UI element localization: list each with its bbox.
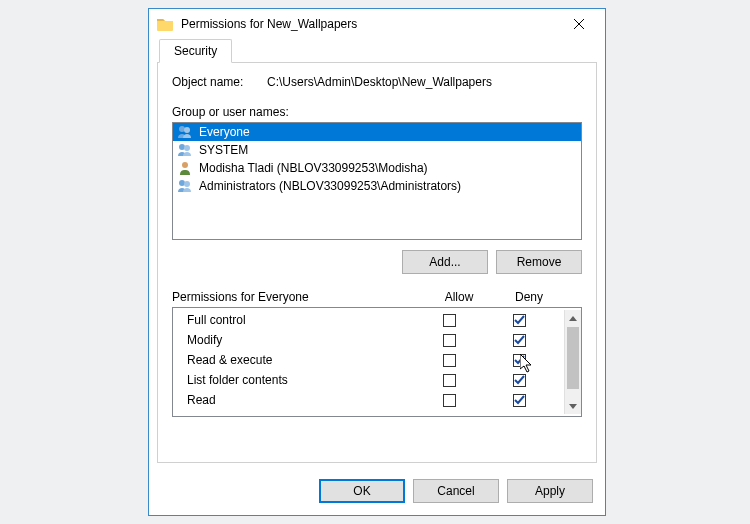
ok-button[interactable]: OK	[319, 479, 405, 503]
scroll-up-button[interactable]	[565, 310, 581, 327]
group-icon	[177, 143, 193, 157]
close-icon	[574, 19, 584, 29]
allow-checkbox[interactable]	[443, 314, 456, 327]
permission-name: Read & execute	[187, 353, 414, 367]
remove-button[interactable]: Remove	[496, 250, 582, 274]
svg-point-2	[179, 144, 185, 150]
scrollbar[interactable]	[564, 310, 581, 414]
close-button[interactable]	[559, 10, 599, 38]
folder-icon	[157, 17, 173, 31]
permission-row: List folder contents	[173, 370, 564, 390]
tabstrip: Security	[157, 39, 597, 63]
allow-column-header: Allow	[424, 290, 494, 304]
object-row: Object name: C:\Users\Admin\Desktop\New_…	[172, 75, 582, 89]
permissions-header: Permissions for Everyone Allow Deny	[172, 290, 582, 304]
list-item[interactable]: Modisha Tladi (NBLOV33099253\Modisha)	[173, 159, 581, 177]
deny-column-header: Deny	[494, 290, 564, 304]
titlebar: Permissions for New_Wallpapers	[149, 9, 605, 39]
permission-row: Read & execute	[173, 350, 564, 370]
list-item-label: Modisha Tladi (NBLOV33099253\Modisha)	[199, 161, 428, 175]
svg-point-0	[179, 126, 185, 132]
allow-checkbox[interactable]	[443, 354, 456, 367]
permission-name: Full control	[187, 313, 414, 327]
svg-point-4	[182, 162, 188, 168]
svg-point-1	[184, 127, 190, 133]
groups-listbox[interactable]: EveryoneSYSTEMModisha Tladi (NBLOV330992…	[172, 122, 582, 240]
permissions-for-label: Permissions for Everyone	[172, 290, 424, 304]
add-button[interactable]: Add...	[402, 250, 488, 274]
svg-point-6	[184, 181, 190, 187]
group-icon	[177, 125, 193, 139]
allow-checkbox[interactable]	[443, 334, 456, 347]
list-item[interactable]: Everyone	[173, 123, 581, 141]
object-name-label: Object name:	[172, 75, 267, 89]
scroll-track[interactable]	[565, 327, 581, 397]
dialog-buttons: OK Cancel Apply	[149, 471, 605, 515]
permission-row: Full control	[173, 310, 564, 330]
object-name-value: C:\Users\Admin\Desktop\New_Wallpapers	[267, 75, 492, 89]
cancel-button[interactable]: Cancel	[413, 479, 499, 503]
tab-security[interactable]: Security	[159, 39, 232, 63]
tab-label: Security	[174, 44, 217, 58]
allow-checkbox[interactable]	[443, 374, 456, 387]
svg-point-5	[179, 180, 185, 186]
deny-checkbox[interactable]	[513, 394, 526, 407]
permission-name: Modify	[187, 333, 414, 347]
list-item[interactable]: SYSTEM	[173, 141, 581, 159]
permissions-dialog: Permissions for New_Wallpapers Security …	[148, 8, 606, 516]
permission-name: List folder contents	[187, 373, 414, 387]
list-item-label: SYSTEM	[199, 143, 248, 157]
chevron-up-icon	[569, 316, 577, 322]
scroll-down-button[interactable]	[565, 397, 581, 414]
deny-checkbox[interactable]	[513, 334, 526, 347]
allow-checkbox[interactable]	[443, 394, 456, 407]
list-item-label: Everyone	[199, 125, 250, 139]
deny-checkbox[interactable]	[513, 354, 526, 367]
window-title: Permissions for New_Wallpapers	[181, 17, 559, 31]
permission-row: Modify	[173, 330, 564, 350]
group-icon	[177, 179, 193, 193]
permission-row: Read	[173, 390, 564, 410]
list-item[interactable]: Administrators (NBLOV33099253\Administra…	[173, 177, 581, 195]
security-panel: Object name: C:\Users\Admin\Desktop\New_…	[157, 63, 597, 463]
groups-label: Group or user names:	[172, 105, 582, 119]
chevron-down-icon	[569, 403, 577, 409]
list-item-label: Administrators (NBLOV33099253\Administra…	[199, 179, 461, 193]
user-icon	[177, 161, 193, 175]
scroll-thumb[interactable]	[567, 327, 579, 389]
apply-button[interactable]: Apply	[507, 479, 593, 503]
permission-name: Read	[187, 393, 414, 407]
deny-checkbox[interactable]	[513, 374, 526, 387]
permissions-listbox: Full controlModifyRead & executeList fol…	[172, 307, 582, 417]
group-buttons: Add... Remove	[172, 250, 582, 274]
deny-checkbox[interactable]	[513, 314, 526, 327]
svg-point-3	[184, 145, 190, 151]
